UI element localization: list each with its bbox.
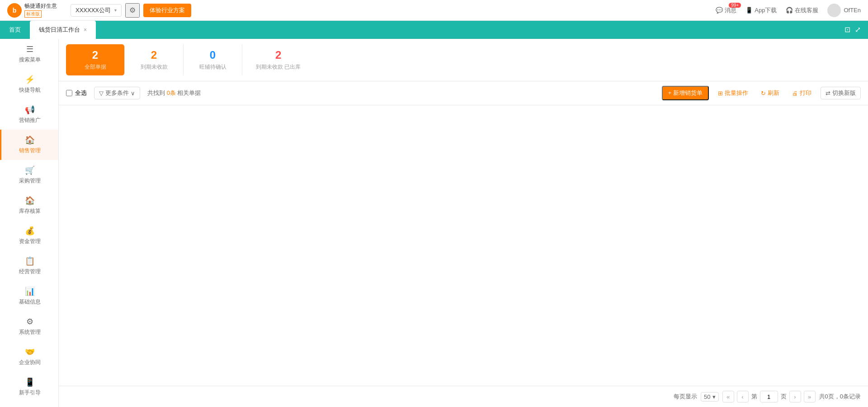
logo-tag: 标准版 xyxy=(24,10,42,18)
logo-text-area: 畅捷通好生意 标准版 xyxy=(24,3,57,18)
select-all-checkbox[interactable]: 全选 xyxy=(66,89,87,97)
tab-bar-right: ⊡ ⤢ xyxy=(844,25,868,34)
sidebar-label-search-menu: 搜索菜单 xyxy=(19,56,41,64)
stat-card-pending[interactable]: 0 旺辅待确认 xyxy=(184,44,242,75)
sidebar-label-sales: 销售管理 xyxy=(19,147,41,154)
sidebar-label-inventory: 库存核算 xyxy=(19,207,41,215)
table-area xyxy=(59,105,868,386)
sidebar-item-purchase[interactable]: 🛒 采购管理 xyxy=(0,160,58,190)
stat-number-shipped: 2 xyxy=(275,49,281,61)
prev-page-button[interactable]: ‹ xyxy=(737,391,749,402)
stat-number-all: 2 xyxy=(92,49,98,61)
batch-icon: ⊞ xyxy=(718,90,723,97)
stat-label-overdue: 到期未收款 xyxy=(141,63,168,71)
sidebar-label-purchase: 采购管理 xyxy=(19,177,41,185)
add-sales-button[interactable]: + 新增销货单 xyxy=(662,86,709,100)
all-checkbox-input[interactable] xyxy=(66,90,72,96)
purchase-icon: 🛒 xyxy=(25,165,35,175)
batch-button[interactable]: ⊞ 批量操作 xyxy=(714,87,752,99)
logo-title: 畅捷通好生意 xyxy=(24,3,57,10)
message-button[interactable]: 💬 消息 99+ xyxy=(716,6,736,14)
experience-button[interactable]: 体验行业方案 xyxy=(143,4,191,17)
page-size-label: 每页显示 xyxy=(674,393,697,401)
sidebar-label-operation: 经营管理 xyxy=(19,268,41,276)
stat-number-overdue: 2 xyxy=(151,49,157,61)
avatar-area[interactable]: OfTEn xyxy=(827,4,861,17)
minimize-icon[interactable]: ⊡ xyxy=(844,25,850,34)
stat-label-all: 全部单据 xyxy=(85,63,106,71)
refresh-icon: ↻ xyxy=(761,90,766,97)
found-count: 0条 xyxy=(167,89,176,96)
print-button[interactable]: 🖨 打印 xyxy=(788,87,815,99)
sidebar-item-enterprise[interactable]: 🤝 企业协同 xyxy=(0,342,58,372)
select-all-label: 全选 xyxy=(75,89,87,97)
sidebar-item-guide[interactable]: 📱 新手引导 xyxy=(0,372,58,402)
sidebar-label-enterprise: 企业协同 xyxy=(19,359,41,366)
sidebar-label-quick-nav: 快捷导航 xyxy=(19,86,41,94)
sidebar-label-system: 系统管理 xyxy=(19,328,41,336)
switch-version-button[interactable]: ⇄ 切换新版 xyxy=(821,87,861,99)
message-icon: 💬 xyxy=(716,7,723,14)
settings-button[interactable]: ⚙ xyxy=(125,3,140,18)
last-page-button[interactable]: » xyxy=(804,391,816,402)
logo-icon: b xyxy=(7,3,22,18)
sidebar-item-marketing[interactable]: 📢 营销推广 xyxy=(0,99,58,130)
tab-close-icon[interactable]: × xyxy=(84,27,87,33)
sidebar-item-search-menu[interactable]: ☰ 搜索菜单 xyxy=(0,39,58,69)
filter-chevron: ∨ xyxy=(131,90,135,97)
stat-card-overdue[interactable]: 2 到期未收款 xyxy=(125,44,184,75)
sidebar-label-marketing: 营销推广 xyxy=(19,117,41,124)
online-service-button[interactable]: 🎧 在线客服 xyxy=(786,6,818,14)
main-layout: ☰ 搜索菜单 ⚡ 快捷导航 📢 营销推广 🏠 销售管理 🛒 采购管理 🏠 库存核… xyxy=(0,39,868,407)
filter-button[interactable]: ▽ 更多条件 ∨ xyxy=(94,87,140,99)
sidebar-item-operation[interactable]: 📋 经营管理 xyxy=(0,251,58,281)
filter-icon: ▽ xyxy=(99,90,104,97)
service-icon: 🎧 xyxy=(786,7,793,14)
page-number-input[interactable] xyxy=(760,391,778,402)
first-page-button[interactable]: « xyxy=(722,391,734,402)
enterprise-icon: 🤝 xyxy=(25,347,35,357)
app-icon: 📱 xyxy=(745,7,753,14)
pagination: « ‹ 第 页 › » xyxy=(722,391,816,402)
toolbar-right: + 新增销货单 ⊞ 批量操作 ↻ 刷新 🖨 打印 ⇄ 切换新版 xyxy=(662,86,861,100)
company-selector[interactable]: XXXXXX公司 ▾ xyxy=(71,4,122,17)
sidebar-item-finance[interactable]: 💰 资金管理 xyxy=(0,220,58,251)
operation-icon: 📋 xyxy=(25,256,35,266)
tab-home[interactable]: 首页 xyxy=(0,21,30,39)
page-size-chevron: ▾ xyxy=(712,393,716,400)
sidebar-item-system[interactable]: ⚙ 系统管理 xyxy=(0,311,58,342)
stat-number-pending: 0 xyxy=(210,49,216,61)
total-info: 共0页，0条记录 xyxy=(819,393,861,401)
company-name: XXXXXX公司 xyxy=(75,6,111,14)
maximize-icon[interactable]: ⤢ xyxy=(855,25,861,34)
stat-card-shipped[interactable]: 2 到期未收款 已出库 xyxy=(242,44,314,75)
basic-icon: 📊 xyxy=(25,286,35,296)
guide-icon: 📱 xyxy=(25,377,35,387)
page-size-select[interactable]: 50 ▾ xyxy=(701,392,718,402)
sidebar-item-sales[interactable]: 🏠 销售管理 xyxy=(0,130,58,160)
quick-nav-icon: ⚡ xyxy=(25,75,35,84)
sidebar-item-app-center[interactable]: 🎁 应用中心 xyxy=(0,402,58,407)
sidebar-item-inventory[interactable]: 🏠 库存核算 xyxy=(0,190,58,220)
footer: 每页显示 50 ▾ « ‹ 第 页 › » 共0页，0条记录 xyxy=(59,386,868,407)
search-menu-icon: ☰ xyxy=(26,44,33,54)
chevron-down-icon: ▾ xyxy=(114,8,117,13)
system-icon: ⚙ xyxy=(26,317,33,327)
page-suffix-label: 页 xyxy=(781,393,787,401)
sidebar-label-basic: 基础信息 xyxy=(19,298,41,306)
top-header: b 畅捷通好生意 标准版 XXXXXX公司 ▾ ⚙ 体验行业方案 💬 消息 99… xyxy=(0,0,868,21)
sidebar: ☰ 搜索菜单 ⚡ 快捷导航 📢 营销推广 🏠 销售管理 🛒 采购管理 🏠 库存核… xyxy=(0,39,59,407)
toolbar: 全选 ▽ 更多条件 ∨ 共找到 0条 相关单据 + 新增销货单 ⊞ 批量操作 ↻ xyxy=(59,81,868,105)
switch-icon: ⇄ xyxy=(826,90,830,97)
stat-card-all[interactable]: 2 全部单据 xyxy=(66,44,125,75)
finance-icon: 💰 xyxy=(25,226,35,236)
next-page-button[interactable]: › xyxy=(789,391,801,402)
content-area: 2 全部单据 2 到期未收款 0 旺辅待确认 2 到期未收款 已出库 全选 xyxy=(59,39,868,407)
tab-bar: 首页 钱货日清工作台 × ⊡ ⤢ xyxy=(0,21,868,39)
app-download-button[interactable]: 📱 App下载 xyxy=(745,6,777,14)
refresh-button[interactable]: ↻ 刷新 xyxy=(757,87,783,99)
sidebar-label-finance: 资金管理 xyxy=(19,238,41,245)
sidebar-item-quick-nav[interactable]: ⚡ 快捷导航 xyxy=(0,69,58,99)
sidebar-item-basic[interactable]: 📊 基础信息 xyxy=(0,281,58,311)
tab-active[interactable]: 钱货日清工作台 × xyxy=(30,21,96,39)
